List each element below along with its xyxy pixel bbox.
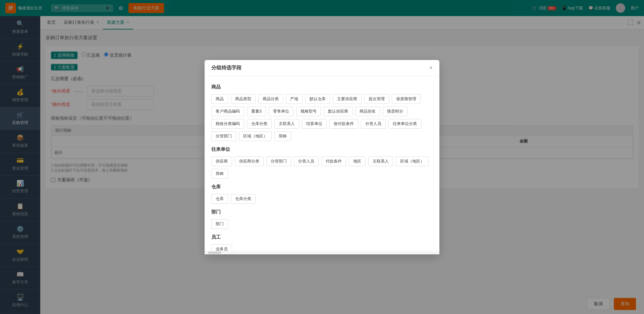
field-partner-category[interactable]: 往来单位分类 <box>388 119 421 129</box>
field-settlement-unit[interactable]: 结算单位 <box>302 119 327 129</box>
field-supplier-category[interactable]: 供应商分类 <box>235 156 264 166</box>
field-payment-condition[interactable]: 付款条件 <box>321 156 346 166</box>
field-customer-product-code[interactable]: 客户商品编码 <box>211 107 244 116</box>
section-partner-title: 往来单位 <box>211 146 433 152</box>
field-weight3[interactable]: 重量3 <box>247 107 266 116</box>
field-product[interactable]: 商品 <box>211 94 228 104</box>
field-origin[interactable]: 产地 <box>286 94 303 104</box>
field-tax-code[interactable]: 税收分类编码 <box>211 119 244 129</box>
field-managed-person[interactable]: 分管人员 <box>294 156 319 166</box>
scrollbar-thumb-h <box>208 252 221 254</box>
modal-body[interactable]: 商品 商品 商品类型 商品分类 产地 默认仓库 主要供应商 批次管理 保质期管理… <box>205 76 439 251</box>
field-spec-model[interactable]: 规格型号 <box>296 107 321 116</box>
field-supplier[interactable]: 供应商 <box>211 156 232 166</box>
section-product-title: 商品 <box>211 84 433 90</box>
section-employee-title: 员工 <box>211 234 433 240</box>
field-managed-dept[interactable]: 分管部门 <box>266 156 291 166</box>
field-payment-terms[interactable]: 收付款条件 <box>329 119 358 129</box>
field-product-alias[interactable]: 商品别名 <box>355 107 380 116</box>
field-supervisor[interactable]: 分管人员 <box>361 119 386 129</box>
field-dept[interactable]: 分管部门 <box>211 131 236 141</box>
field-main-supplier[interactable]: 主要供应商 <box>333 94 362 104</box>
field-salesperson[interactable]: 业务员 <box>211 244 232 251</box>
field-region[interactable]: 区域（地区） <box>239 131 272 141</box>
field-department[interactable]: 部门 <box>211 219 228 229</box>
field-retail-unit[interactable]: 零售单位 <box>269 107 293 116</box>
field-default-warehouse[interactable]: 默认仓库 <box>305 94 330 104</box>
section-dept-fields: 部门 <box>211 219 433 229</box>
field-batch-management[interactable]: 批次管理 <box>364 94 389 104</box>
section-dept-title: 部门 <box>211 209 433 215</box>
field-warehouse[interactable]: 仓库 <box>211 194 228 204</box>
modal-close-button[interactable]: × <box>429 65 433 71</box>
field-pick-points[interactable]: 拣货积分 <box>383 107 408 116</box>
field-abbr[interactable]: 简称 <box>274 131 291 141</box>
field-warehouse-type[interactable]: 仓库分类 <box>231 194 256 204</box>
field-main-contact2[interactable]: 主联系人 <box>368 156 393 166</box>
field-main-contact[interactable]: 主联系人 <box>274 119 299 129</box>
field-shelf-life[interactable]: 保质期管理 <box>392 94 421 104</box>
field-product-category[interactable]: 商品分类 <box>258 94 283 104</box>
field-abbr2[interactable]: 简称 <box>211 169 228 179</box>
field-select-modal: 分组待选字段 × 商品 商品 商品类型 商品分类 产地 默认仓库 主要供应商 批… <box>205 60 439 254</box>
section-employee-fields: 业务员 <box>211 244 433 251</box>
field-product-type[interactable]: 商品类型 <box>231 94 256 104</box>
modal-scrollbar-area <box>205 251 439 254</box>
field-default-supplier[interactable]: 默认供应商 <box>324 107 353 116</box>
section-product-fields: 商品 商品类型 商品分类 产地 默认仓库 主要供应商 批次管理 保质期管理 客户… <box>211 94 433 141</box>
modal-overlay: 分组待选字段 × 商品 商品 商品类型 商品分类 产地 默认仓库 主要供应商 批… <box>0 0 644 314</box>
field-area[interactable]: 地区 <box>349 156 366 166</box>
modal-header: 分组待选字段 × <box>205 60 439 76</box>
modal-title: 分组待选字段 <box>211 65 241 71</box>
section-warehouse-title: 仓库 <box>211 184 433 190</box>
section-partner-fields: 供应商 供应商分类 分管部门 分管人员 付款条件 地区 主联系人 区域（地区） … <box>211 156 433 179</box>
field-region2[interactable]: 区域（地区） <box>396 156 429 166</box>
field-warehouse-category[interactable]: 仓库分类 <box>247 119 272 129</box>
section-warehouse-fields: 仓库 仓库分类 <box>211 194 433 204</box>
